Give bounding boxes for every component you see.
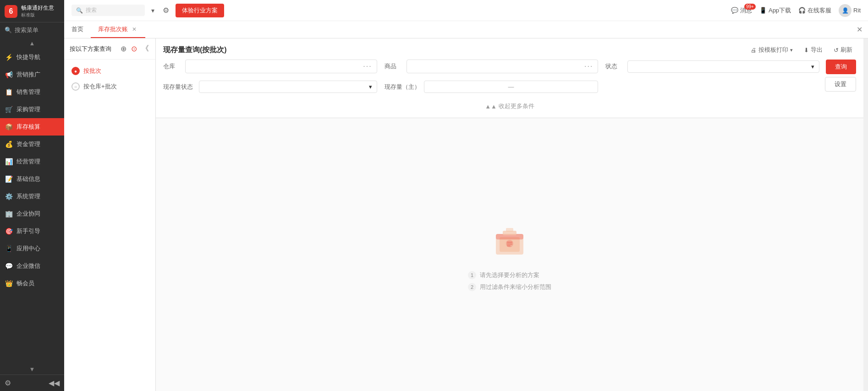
- warehouse-field: 仓库 ···: [163, 60, 377, 73]
- close-all-tabs-btn[interactable]: ✕: [851, 21, 868, 38]
- phone-icon: 📱: [759, 7, 767, 14]
- product-input[interactable]: ···: [407, 60, 599, 73]
- tab-bar: 首页 库存批次账 ✕ ✕: [64, 21, 868, 38]
- scheme-actions: ⊕ ⊙ 《: [120, 43, 150, 54]
- sidebar-item-members[interactable]: 👑 畅会员: [0, 275, 64, 292]
- finance-icon: 💰: [5, 140, 13, 148]
- refresh-icon: ↺: [834, 47, 839, 54]
- add-scheme-icon[interactable]: ⊕: [120, 43, 127, 54]
- newbie-icon: 🎯: [5, 227, 13, 235]
- export-icon: ⬇: [804, 47, 809, 54]
- print-btn[interactable]: 🖨 按模板打印 ▾: [747, 44, 797, 56]
- sidebar-item-newbie[interactable]: 🎯 新手引导: [0, 223, 64, 240]
- topbar-search[interactable]: 🔍 搜索: [71, 5, 145, 16]
- sidebar-item-purchase[interactable]: 🛒 采购管理: [0, 101, 64, 118]
- product-dots: ···: [584, 62, 593, 71]
- user-menu[interactable]: 👤 Rit: [839, 4, 861, 17]
- sidebar-item-marketing[interactable]: 📢 营销推广: [0, 66, 64, 83]
- inventory-status-field: 现存量状态 ▾: [163, 81, 377, 93]
- messages-btn[interactable]: 💬 消息 99+: [731, 6, 752, 15]
- collapse-icon: ▲▲: [485, 103, 497, 110]
- tab-batch-account[interactable]: 库存批次账 ✕: [91, 21, 145, 38]
- apps-icon: 📱: [5, 244, 13, 253]
- product-field: 商品 ···: [385, 60, 599, 73]
- tip-text-1: 请先选择要分析的方案: [480, 271, 539, 279]
- settings-button[interactable]: 设置: [825, 77, 856, 92]
- topbar-right: 💬 消息 99+ 📱 App下载 🎧 在线客服 👤 Rit: [731, 4, 861, 17]
- topbar-dropdown-btn[interactable]: ▾: [149, 5, 156, 16]
- marketing-icon: 📢: [5, 71, 13, 79]
- warehouse-input[interactable]: ···: [185, 60, 377, 73]
- query-button[interactable]: 查询: [826, 60, 856, 74]
- empty-tip-2: 2 用过滤条件来缩小分析范围: [468, 283, 551, 291]
- right-scrollbar[interactable]: [863, 38, 868, 391]
- left-panel: 按以下方案查询 ⊕ ⊙ 《 ● 按批次 ○ 按仓库+批次: [64, 38, 156, 391]
- sidebar-item-corp-wechat[interactable]: 💬 企业微信: [0, 257, 64, 275]
- inventory-qty-field: 现存量（主） —: [385, 81, 599, 93]
- page-title: 现存量查询(按批次): [163, 45, 227, 55]
- customer-service-btn[interactable]: 🎧 在线客服: [798, 6, 831, 15]
- inventory-status-select[interactable]: ▾: [199, 81, 377, 93]
- inventory-qty-label: 现存量（主）: [385, 83, 420, 91]
- export-btn[interactable]: ⬇ 导出: [800, 44, 826, 56]
- product-label: 商品: [385, 62, 403, 71]
- messages-badge: 99+: [744, 4, 756, 10]
- inventory-icon: 📦: [5, 123, 13, 131]
- empty-illustration: [487, 218, 533, 264]
- print-dropdown-icon: ▾: [790, 47, 793, 53]
- tab-home[interactable]: 首页: [64, 21, 91, 38]
- tab-close-btn[interactable]: ✕: [131, 26, 138, 33]
- sidebar-item-sales[interactable]: 📋 销售管理: [0, 83, 64, 101]
- collapse-scheme-icon[interactable]: 《: [141, 43, 150, 54]
- scroll-down-btn[interactable]: ▼: [0, 364, 64, 375]
- app-download-btn[interactable]: 📱 App下载: [759, 6, 791, 15]
- username: Rit: [853, 7, 861, 14]
- tip-num-2: 2: [468, 283, 476, 291]
- search-icon: 🔍: [5, 27, 12, 33]
- scheme-active-icon: ●: [71, 67, 80, 75]
- sidebar-item-operations[interactable]: 📊 经营管理: [0, 153, 64, 170]
- sidebar-item-system[interactable]: ⚙️ 系统管理: [0, 188, 64, 205]
- filter-row-2: 现存量状态 ▾ 现存量（主）: [163, 81, 819, 93]
- inv-status-dropdown-icon: ▾: [369, 83, 372, 90]
- range-dash: —: [508, 83, 514, 90]
- sidebar-item-quick-nav[interactable]: ⚡ 快捷导航: [0, 49, 64, 66]
- left-panel-header: 按以下方案查询 ⊕ ⊙ 《: [64, 38, 155, 60]
- scheme-settings-icon[interactable]: ⊙: [130, 43, 138, 54]
- basic-info-icon: 📝: [5, 175, 13, 183]
- page-content: 按以下方案查询 ⊕ ⊙ 《 ● 按批次 ○ 按仓库+批次: [64, 38, 868, 391]
- collapse-more-btn[interactable]: ▲▲ 收起更多条件: [163, 100, 856, 112]
- sidebar-item-finance[interactable]: 💰 资金管理: [0, 136, 64, 153]
- scheme-item-by-warehouse-batch[interactable]: ○ 按仓库+批次: [64, 79, 155, 94]
- sidebar-nav: ⚡ 快捷导航 📢 营销推广 📋 销售管理 🛒 采购管理 📦 库存核算 💰 资金管…: [0, 49, 64, 364]
- status-select[interactable]: ▾: [627, 60, 819, 73]
- svg-rect-4: [506, 228, 513, 232]
- filter-row-1: 仓库 ··· 商品 ···: [163, 60, 819, 73]
- topbar-gear-icon[interactable]: ⚙: [161, 4, 171, 16]
- sidebar-item-inventory[interactable]: 📦 库存核算: [0, 118, 64, 136]
- trial-industry-button[interactable]: 体验行业方案: [176, 4, 224, 17]
- scheme-list: ● 按批次 ○ 按仓库+批次: [64, 60, 155, 98]
- sidebar-header: 6 畅康通好生意 标准版: [0, 0, 64, 22]
- topbar: 🔍 搜索 ▾ ⚙ 体验行业方案 💬 消息 99+ 📱 App下载 🎧 在线客服: [64, 0, 868, 21]
- sidebar-item-basic-info[interactable]: 📝 基础信息: [0, 170, 64, 188]
- refresh-btn[interactable]: ↺ 刷新: [830, 44, 856, 56]
- settings-icon[interactable]: ⚙: [5, 379, 11, 387]
- sidebar-item-apps[interactable]: 📱 应用中心: [0, 240, 64, 257]
- scroll-up-btn[interactable]: ▲: [0, 38, 64, 49]
- sidebar-item-enterprise[interactable]: 🏢 企业协同: [0, 205, 64, 223]
- query-buttons: 查询 设置: [825, 60, 856, 92]
- scheme-panel-title: 按以下方案查询: [70, 45, 111, 53]
- collapse-sidebar-icon[interactable]: ◀◀: [49, 379, 60, 387]
- operations-icon: 📊: [5, 157, 13, 166]
- sales-icon: 📋: [5, 88, 13, 96]
- corp-wechat-icon: 💬: [5, 262, 13, 270]
- right-panel: 现存量查询(按批次) 🖨 按模板打印 ▾ ⬇ 导出 ↺: [156, 38, 863, 391]
- members-icon: 👑: [5, 279, 13, 288]
- scheme-item-by-batch[interactable]: ● 按批次: [64, 63, 155, 79]
- enterprise-icon: 🏢: [5, 210, 13, 218]
- sidebar-search[interactable]: 🔍 搜索菜单: [0, 22, 64, 38]
- svg-rect-7: [507, 244, 512, 244]
- warehouse-label: 仓库: [163, 62, 181, 71]
- inventory-qty-range[interactable]: —: [424, 81, 599, 93]
